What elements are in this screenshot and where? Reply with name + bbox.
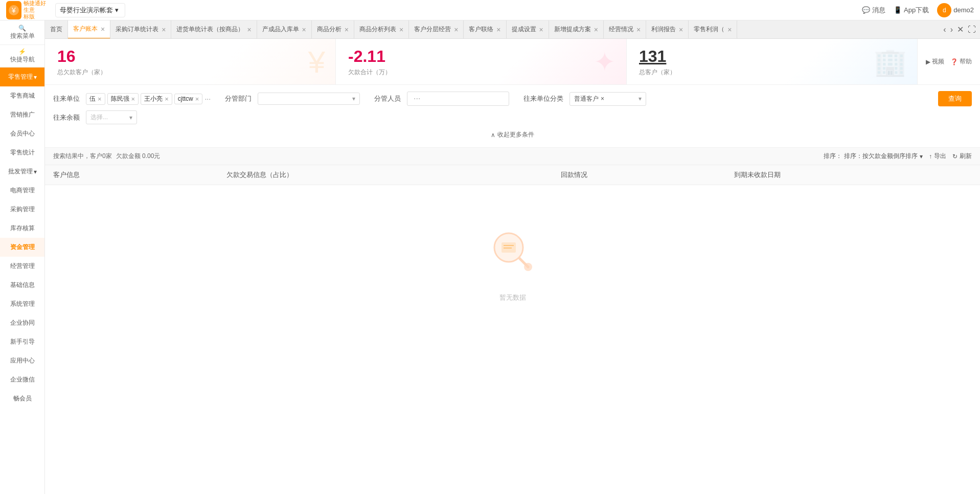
sidebar-item-ecommerce[interactable]: 电商管理: [0, 181, 44, 200]
filter-balance-value: 选择...: [90, 113, 108, 122]
user-name: demo2: [953, 6, 974, 14]
sidebar-item-inventory[interactable]: 库存核算: [0, 219, 44, 238]
stat-label-total: 总客户（家）: [639, 68, 905, 77]
tab-product-analysis[interactable]: 商品分析 ×: [312, 20, 354, 39]
filter-select-person[interactable]: ···: [407, 92, 509, 106]
sort-select[interactable]: 排序： 排序：按欠款金额倒序排序 ▾: [824, 152, 923, 161]
classify-chevron-icon: ▾: [639, 95, 642, 102]
sidebar-nav-label: 快捷导航: [0, 55, 44, 64]
tab-purchase-order[interactable]: 采购订单统计表 ×: [110, 20, 171, 39]
tab-retail-profit-close[interactable]: ×: [727, 26, 732, 34]
tab-new-promote-close[interactable]: ×: [594, 26, 598, 34]
refresh-label: 刷新: [960, 152, 972, 161]
sidebar-item-system[interactable]: 系统管理: [0, 295, 44, 313]
store-selector[interactable]: 母婴行业演示帐套 ▾: [55, 3, 125, 17]
top-bar: ¥ 畅捷通好生意 标版 母婴行业演示帐套 ▾ 💬 消息 📱 App下载 d de…: [0, 0, 980, 20]
sidebar-item-newcomer[interactable]: 新手引导: [0, 332, 44, 351]
tab-customer-tier[interactable]: 客户分层经营 ×: [409, 20, 464, 39]
sidebar-item-basic-info[interactable]: 基础信息: [0, 276, 44, 295]
tab-operation-status-close[interactable]: ×: [636, 26, 641, 34]
tab-inventory-stat-close[interactable]: ×: [247, 26, 251, 34]
sidebar-search-label: 搜索菜单: [4, 32, 40, 40]
tab-profit-report[interactable]: 利润报告 ×: [646, 20, 689, 39]
filter-select-classify[interactable]: 普通客户 × ▾: [569, 92, 646, 106]
sidebar-item-operation[interactable]: 经营管理: [0, 257, 44, 276]
sidebar-item-purchase[interactable]: 采购管理: [0, 200, 44, 219]
tab-new-promote[interactable]: 新增提成方案 ×: [549, 20, 604, 39]
tab-customer-connect-close[interactable]: ×: [496, 26, 500, 34]
app-center-label: 应用中心: [10, 357, 35, 364]
help-action[interactable]: ❓ 帮助: [950, 57, 972, 66]
app-download-action[interactable]: 📱 App下载: [894, 6, 929, 15]
tabs-nav-left[interactable]: ‹: [942, 24, 947, 35]
filter-tag-wu-remove[interactable]: ×: [98, 95, 102, 103]
tab-product-analysis-list[interactable]: 商品分析列表 ×: [354, 20, 409, 39]
message-action[interactable]: 💬 消息: [862, 6, 885, 15]
sidebar-item-enterprise[interactable]: 企业协同: [0, 313, 44, 332]
retail-mgmt-label: 零售管理: [8, 73, 33, 81]
stat-card-customers: ¥ 16 总欠款客户（家）: [45, 39, 336, 84]
tab-customer-connect[interactable]: 客户联络 ×: [464, 20, 506, 39]
tab-customer-balance-close[interactable]: ×: [101, 25, 105, 33]
filter-select-dept[interactable]: ▾: [258, 93, 360, 105]
refresh-action[interactable]: ↻ 刷新: [952, 152, 972, 161]
tabs-close-all[interactable]: ✕: [956, 24, 965, 35]
tab-inventory-stat[interactable]: 进货单统计表（按商品） ×: [171, 20, 257, 39]
sidebar-quick-nav[interactable]: ⚡ 快捷导航: [0, 45, 44, 68]
tab-product-analysis-close[interactable]: ×: [345, 26, 349, 34]
sidebar-item-marketing[interactable]: 营销推广: [0, 105, 44, 124]
tab-retail-profit[interactable]: 零售利润（ ×: [689, 20, 737, 39]
sidebar-item-retail-mall[interactable]: 零售商城: [0, 86, 44, 105]
filter-tag-chen: 陈民强 ×: [107, 93, 139, 105]
wechat-label: 企业微信: [10, 376, 35, 383]
stat-number-customers: 16: [57, 47, 323, 66]
result-bar: 搜索结果中，客户0家 欠款金额 0.00元 排序： 排序：按欠款金额倒序排序 ▾…: [45, 148, 980, 165]
user-menu[interactable]: d demo2: [937, 3, 974, 17]
filter-tag-cjttcw-remove[interactable]: ×: [195, 95, 199, 103]
filter-tag-chen-remove[interactable]: ×: [131, 95, 135, 103]
person-more-icon[interactable]: ···: [414, 94, 420, 103]
tab-promote-settings-close[interactable]: ×: [539, 26, 543, 34]
tab-customer-connect-label: 客户联络: [469, 25, 493, 34]
sidebar-search[interactable]: 🔍 搜索菜单: [0, 20, 44, 45]
tab-customer-balance[interactable]: 客户账本 ×: [68, 20, 110, 39]
sidebar-item-retail-mgmt[interactable]: 零售管理 ▾: [0, 68, 44, 86]
sort-value: 排序：按欠款金额倒序排序: [844, 152, 918, 161]
video-icon: ▶: [926, 58, 930, 65]
sidebar-item-member2[interactable]: 畅会员: [0, 389, 44, 408]
tab-operation-status[interactable]: 经营情况 ×: [604, 20, 646, 39]
tab-profit-report-close[interactable]: ×: [679, 26, 683, 34]
avatar: d: [937, 3, 951, 17]
classify-tag-remove[interactable]: ×: [601, 95, 604, 102]
sidebar-item-wholesale[interactable]: 批发管理 ▾: [0, 162, 44, 181]
sidebar-item-app-center[interactable]: 应用中心: [0, 351, 44, 370]
sidebar-item-wechat[interactable]: 企业微信: [0, 370, 44, 389]
tab-purchase-order-close[interactable]: ×: [162, 26, 166, 34]
tab-cost-entry[interactable]: 产成品入库单 ×: [257, 20, 312, 39]
filter-tag-wang-label: 王小亮: [144, 95, 163, 103]
tab-customer-tier-close[interactable]: ×: [454, 26, 458, 34]
tab-promote-settings[interactable]: 提成设置 ×: [507, 20, 549, 39]
wholesale-label: 批发管理: [8, 167, 33, 176]
collapse-button[interactable]: ∧ 收起更多条件: [491, 128, 534, 141]
logo-area: ¥ 畅捷通好生意 标版: [6, 0, 51, 20]
sidebar-item-member[interactable]: 会员中心: [0, 124, 44, 143]
tab-home[interactable]: 首页: [45, 20, 68, 39]
export-action[interactable]: ↑ 导出: [929, 152, 946, 161]
filter-tag-wang-remove[interactable]: ×: [165, 95, 169, 103]
sidebar-item-retail-stat[interactable]: 零售统计: [0, 143, 44, 162]
logo-icon: ¥: [6, 1, 21, 19]
video-action[interactable]: ▶ 视频: [926, 57, 944, 66]
tab-cost-entry-close[interactable]: ×: [302, 26, 306, 34]
tabs-nav-right[interactable]: ›: [949, 24, 954, 35]
tab-inventory-stat-label: 进货单统计表（按商品）: [176, 25, 244, 34]
filter-more-tags[interactable]: ···: [204, 95, 211, 103]
query-button[interactable]: 查询: [938, 91, 972, 106]
tabs-maximize[interactable]: ⛶: [967, 24, 977, 35]
stat-bg-icon-1: ¥: [308, 44, 325, 79]
filter-select-balance[interactable]: 选择... ▾: [86, 110, 137, 124]
sidebar-item-capital[interactable]: 资金管理: [0, 238, 44, 257]
search-icon: 🔍: [4, 25, 40, 32]
tab-product-analysis-list-close[interactable]: ×: [399, 26, 403, 34]
result-bar-right: 排序： 排序：按欠款金额倒序排序 ▾ ↑ 导出 ↻ 刷新: [824, 152, 972, 161]
